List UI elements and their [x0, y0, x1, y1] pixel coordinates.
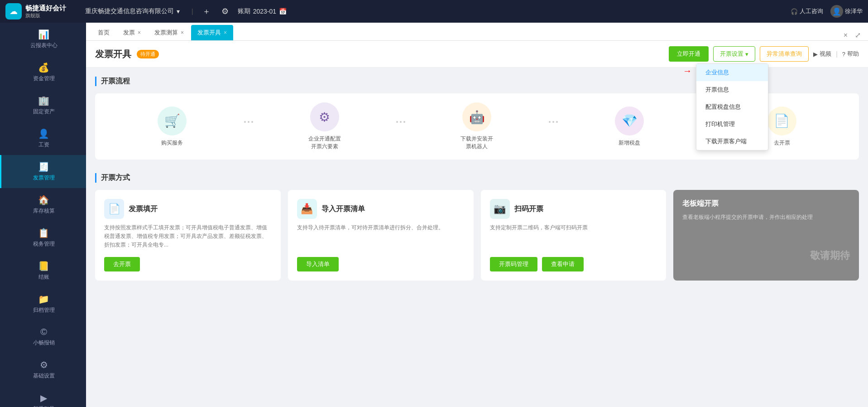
page-header: 发票开具 待开通 立即开通 开票设置 ▾ 异常清单查询 ▶ 视频 | ? [86, 41, 868, 68]
period-value: 2023-01 [253, 8, 276, 15]
import-title: 导入开票清单 [321, 204, 365, 214]
video-btn[interactable]: ▶ 视频 [813, 50, 831, 58]
inventory-icon: 🏠 [38, 194, 49, 205]
support-btn[interactable]: 🎧 人工咨询 [791, 7, 823, 15]
method-card-import: 📥 导入开票清单 支持导入待开票清单，可对待开票清单进行拆分、合并处理。 导入清… [288, 190, 474, 281]
dropdown-item-label: 下载开票客户端 [705, 138, 747, 145]
dropdown-item-tax-config[interactable]: 配置税盘信息 [696, 98, 768, 116]
sidebar-item-guide[interactable]: ▶ 新手引导 [0, 386, 86, 407]
divider1: | [192, 8, 193, 15]
dropdown-item-label: 配置税盘信息 [705, 103, 741, 110]
connector2 [393, 121, 409, 123]
dropdown-item-invoice-info[interactable]: 开票信息 [696, 81, 768, 98]
dropdown-item-printer[interactable]: 打印机管理 [696, 116, 768, 133]
tab-invoice-issue-close[interactable]: × [224, 29, 227, 36]
sidebar-item-report2[interactable]: © 小畅报销 [0, 320, 86, 353]
close-tab-btn[interactable]: × [842, 30, 849, 40]
period-label: 账期 [238, 7, 250, 15]
add-tax-icon: 💎 [615, 107, 644, 136]
sidebar-item-fund[interactable]: 💰 资金管理 [0, 56, 86, 89]
tab-invoice[interactable]: 发票 × [117, 25, 147, 40]
qrcode-mgmt-btn[interactable]: 开票码管理 [490, 257, 537, 271]
tab-controls: × ⤢ [842, 30, 863, 40]
sidebar: 📊 云报表中心 💰 资金管理 🏢 固定资产 👤 工资 🧾 发票管理 🏠 [0, 23, 86, 407]
view-apply-btn[interactable]: 查看申请 [542, 257, 584, 271]
sidebar-item-asset[interactable]: 🏢 固定资产 [0, 89, 86, 122]
red-arrow-icon: → [683, 66, 692, 76]
manual-desc: 支持按照发票样式手工填开发票；可开具增值税电子普通发票、增值税普通发票、增值税专… [104, 223, 272, 250]
flow-step-buy: 🛒 购买服务 [104, 107, 240, 147]
flow-step-add-tax: 💎 新增税盘 [561, 107, 698, 147]
separator: | [836, 50, 838, 58]
methods-section-title: 开票方式 [95, 173, 859, 183]
settings-icon[interactable]: ⚙ [220, 5, 230, 18]
sidebar-item-label: 云报表中心 [30, 42, 58, 49]
sidebar-item-report[interactable]: 📊 云报表中心 [0, 23, 86, 56]
sidebar-item-settings[interactable]: ⚙ 基础设置 [0, 353, 86, 386]
help-btn[interactable]: ? 帮助 [842, 50, 859, 58]
period-info: 账期 2023-01 📅 [238, 7, 287, 15]
tab-invoice-test-label: 发票测算 [154, 29, 178, 37]
user-btn[interactable]: 👤 徐泽华 [830, 5, 863, 18]
tab-invoice-test[interactable]: 发票测算 × [148, 25, 190, 40]
dropdown-item-label: 开票信息 [705, 86, 729, 93]
sidebar-item-label: 税务管理 [33, 240, 55, 248]
invoice-mgmt-icon: 🧾 [38, 161, 49, 172]
sidebar-item-inventory[interactable]: 🏠 库存核算 [0, 188, 86, 221]
connector3 [545, 121, 561, 123]
add-icon[interactable]: ＋ [201, 4, 212, 19]
tab-invoice-test-close[interactable]: × [181, 29, 184, 36]
boss-desc: 查看老板端小程序提交的开票申请，并作出相应的处理 [682, 213, 850, 222]
sidebar-item-label: 归档管理 [33, 306, 55, 314]
method-header-scan: 📷 扫码开票 [490, 199, 657, 219]
company-selector[interactable]: 重庆畅捷交通信息咨询有限公司 ▾ [81, 5, 184, 17]
page-title: 发票开具 [95, 48, 131, 60]
sidebar-item-account[interactable]: 📒 结账 [0, 254, 86, 287]
settings-icon: ⚙ [40, 359, 48, 370]
app-name: 畅捷通好会计 [25, 4, 66, 12]
flow-step-label: 去开票 [774, 139, 790, 147]
app-edition: 旗舰版 [25, 12, 66, 19]
sidebar-item-label: 基础设置 [33, 372, 55, 380]
manual-title: 发票填开 [129, 204, 158, 214]
goto-icon: 📄 [767, 107, 796, 136]
status-badge: 待开通 [137, 50, 159, 58]
sidebar-item-invoice-mgmt[interactable]: 🧾 发票管理 [0, 155, 86, 188]
report-icon: 📊 [38, 29, 49, 40]
import-icon: 📥 [297, 199, 317, 219]
sidebar-item-archive[interactable]: 📁 归档管理 [0, 287, 86, 320]
tab-home-label: 首页 [98, 29, 110, 37]
sidebar-item-tax[interactable]: 📋 税务管理 [0, 221, 86, 254]
flow-step-config: ⚙ 企业开通配置开票六要素 [257, 102, 393, 150]
import-list-btn[interactable]: 导入清单 [297, 257, 339, 271]
guide-icon: ▶ [40, 392, 47, 403]
sidebar-item-label: 小畅报销 [33, 339, 55, 347]
salary-icon: 👤 [38, 128, 49, 139]
sidebar-item-salary[interactable]: 👤 工资 [0, 122, 86, 155]
dropdown-item-label: 企业信息 [705, 69, 729, 76]
expand-tab-btn[interactable]: ⤢ [853, 30, 863, 40]
content-area: 首页 发票 × 发票测算 × 发票开具 × × ⤢ [86, 23, 868, 407]
methods-grid: 📄 发票填开 支持按照发票样式手工填开发票；可开具增值税电子普通发票、增值税普通… [95, 190, 859, 281]
flow-step-label: 企业开通配置开票六要素 [307, 135, 343, 150]
sidebar-item-label: 工资 [38, 141, 49, 149]
scan-title: 扫码开票 [514, 204, 543, 214]
manual-icon: 📄 [104, 199, 124, 219]
activate-btn[interactable]: 立即开通 [669, 46, 709, 62]
tab-invoice-issue[interactable]: 发票开具 × [191, 25, 233, 40]
calendar-icon[interactable]: 📅 [279, 8, 287, 15]
dropdown-item-download[interactable]: 下载开票客户端 [696, 133, 768, 150]
flow-step-download: 🤖 下载并安装开票机器人 [409, 102, 545, 150]
tax-icon: 📋 [38, 228, 49, 238]
tab-home[interactable]: 首页 [91, 25, 116, 40]
buy-icon: 🛒 [158, 107, 187, 136]
abnormal-btn[interactable]: 异常清单查询 [760, 46, 809, 62]
dropdown-item-company-info[interactable]: 企业信息 [696, 64, 768, 81]
page-actions: 立即开通 开票设置 ▾ 异常清单查询 ▶ 视频 | ? 帮助 [669, 46, 859, 62]
settings-dropdown: → 企业信息 开票信息 配置税盘信息 打印机管理 [696, 63, 768, 150]
method-header-manual: 📄 发票填开 [104, 199, 272, 219]
top-bar: ☁ 畅捷通好会计 旗舰版 重庆畅捷交通信息咨询有限公司 ▾ | ＋ ⚙ 账期 2… [0, 0, 868, 23]
goto-invoice-btn[interactable]: 去开票 [104, 257, 140, 271]
settings-btn[interactable]: 开票设置 ▾ [713, 46, 755, 62]
tab-invoice-close[interactable]: × [138, 29, 141, 36]
